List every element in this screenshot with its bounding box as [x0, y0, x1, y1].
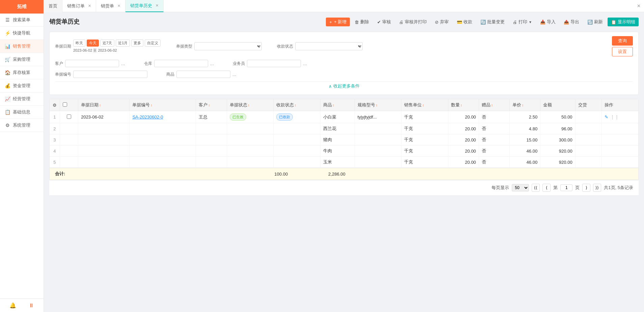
cell-unit: 千克 — [401, 111, 448, 123]
print-button[interactable]: 🖨 打印 ▼ — [509, 18, 535, 26]
page-next-btn[interactable]: ⟩ — [582, 184, 590, 192]
warehouse-dots[interactable]: ... — [210, 61, 214, 66]
page-last-btn[interactable]: ⟩⟩ — [593, 184, 601, 192]
cell-amount: 920.00 — [540, 146, 575, 157]
th-docstatus[interactable]: 单据状态↕ — [227, 99, 274, 111]
cell-qty: 20.00 — [448, 157, 479, 168]
window-close-icon[interactable]: ✕ — [637, 3, 641, 8]
sidebar-item-ops-mgmt[interactable]: 📈 经营管理 — [0, 93, 44, 106]
date-btn-more[interactable]: 更多 — [131, 40, 143, 47]
sidebar-item-sales-mgmt[interactable]: 📊 销售管理 — [0, 40, 44, 53]
sidebar-item-finance-mgmt[interactable]: 💰 资金管理 — [0, 79, 44, 93]
salesperson-input[interactable] — [247, 60, 301, 67]
action-edit-icon[interactable]: ✎ — [605, 114, 608, 120]
abandon-icon: ⊘ — [435, 20, 439, 25]
th-paystatus[interactable]: 收款状态↕ — [274, 99, 320, 111]
docno-link[interactable]: SA-20230602-0 — [132, 114, 163, 120]
sidebar-item-quick-nav[interactable]: ⚡ 快捷导航 — [0, 27, 44, 40]
cell-rownum: 3 — [50, 134, 60, 146]
tab-home[interactable]: 首页 — [44, 0, 62, 12]
import-button[interactable]: 📥 导入 — [537, 18, 559, 26]
date-btn-custom[interactable]: 自定义 — [145, 40, 161, 47]
cell-date — [78, 157, 130, 168]
docno-label: 单据编号 — [55, 72, 71, 77]
salesperson-dots[interactable]: ... — [303, 61, 307, 66]
abandon-button[interactable]: ⊘ 弃审 — [431, 18, 452, 26]
sidebar-item-purchase-mgmt[interactable]: 🛒 采购管理 — [0, 53, 44, 66]
pause-icon[interactable]: ⏸ — [29, 303, 34, 309]
per-page-select[interactable]: 50 100 — [512, 184, 529, 191]
query-button[interactable]: 查询 — [612, 36, 633, 46]
cell-rownum: 4 — [50, 146, 60, 157]
tab-sales-history[interactable]: 销货单历史 ✕ — [125, 0, 164, 12]
stock-calc-icon: 🏠 — [5, 70, 10, 75]
batch-change-button[interactable]: 🔄 批量变更 — [477, 18, 508, 26]
tab-sales-history-close[interactable]: ✕ — [156, 3, 159, 8]
delete-button[interactable]: 🗑 删除 — [351, 18, 372, 26]
pagination: 每页显示 50 100 ⟨⟨ ⟨ 第 页 ⟩ ⟩⟩ 共1页, 5条记录 — [49, 180, 639, 195]
th-qty[interactable]: 数量↕ — [448, 99, 479, 111]
doc-type-select[interactable] — [194, 42, 262, 50]
date-btn-today[interactable]: 今天 — [87, 40, 99, 47]
tab-sales-goods-close[interactable]: ✕ — [117, 4, 120, 8]
sidebar-item-basic-info[interactable]: 📋 基础信息 — [0, 106, 44, 119]
page-prev-btn[interactable]: ⟨ — [542, 184, 551, 192]
th-price[interactable]: 单价↕ — [510, 99, 540, 111]
goods-dots[interactable]: ... — [232, 72, 236, 77]
review-button[interactable]: ✔ 审核 — [374, 18, 394, 26]
cell-action — [601, 146, 638, 157]
th-gift[interactable]: 赠品↕ — [479, 99, 509, 111]
date-btn-yesterday[interactable]: 昨天 — [73, 40, 85, 47]
refresh-button[interactable]: 🔃 刷新 — [584, 18, 606, 26]
warehouse-input[interactable] — [154, 60, 208, 67]
export-button[interactable]: 📤 导出 — [560, 18, 583, 26]
review-print-button[interactable]: 🖨 审核并打印 — [396, 18, 430, 26]
date-btn-7days[interactable]: 近7天 — [100, 40, 114, 47]
cell-action — [601, 123, 638, 134]
payment-status-select[interactable] — [295, 42, 363, 50]
th-customer[interactable]: 客户↕ — [196, 99, 227, 111]
customer-dots[interactable]: ... — [121, 61, 125, 66]
notification-icon[interactable]: 🔔 — [9, 302, 16, 309]
sidebar-item-stock-calc[interactable]: 🏠 库存核算 — [0, 66, 44, 79]
collapse-button[interactable]: ∧ 收起更多条件 — [55, 81, 633, 90]
tab-sales-order-close[interactable]: ✕ — [88, 4, 91, 8]
cell-paystatus — [274, 157, 320, 168]
page-label-after: 页 — [575, 185, 580, 191]
tab-sales-goods[interactable]: 销货单 ✕ — [96, 0, 125, 12]
sidebar-item-search-menu[interactable]: ☰ 搜索菜单 — [0, 14, 44, 27]
show-details-button[interactable]: 📋 显示明细 — [608, 18, 639, 26]
cell-price: 4.80 — [510, 123, 540, 134]
date-btn-1month[interactable]: 近1月 — [116, 40, 130, 47]
select-all-checkbox[interactable] — [63, 102, 67, 107]
th-date[interactable]: 单据日期↕ — [78, 99, 130, 111]
action-more-icon[interactable]: ⋮⋮ — [610, 114, 619, 120]
th-gear[interactable]: ⚙ — [50, 99, 60, 111]
goods-filter: 商品 ... — [166, 71, 236, 78]
sidebar-item-sys-mgmt[interactable]: ⚙ 系统管理 — [0, 119, 44, 132]
row-checkbox[interactable] — [67, 114, 71, 119]
new-button[interactable]: + + 新增 — [326, 18, 350, 26]
export-icon: 📤 — [564, 20, 569, 25]
total-info: 共1页, 5条记录 — [604, 185, 633, 191]
th-goods[interactable]: 商品↕ — [320, 99, 355, 111]
cell-checkbox — [60, 123, 78, 134]
cell-spec — [355, 157, 401, 168]
tab-sales-order[interactable]: 销售订单 ✕ — [62, 0, 96, 12]
customer-input[interactable] — [65, 60, 119, 67]
th-unit[interactable]: 销售单位↕ — [401, 99, 448, 111]
cell-amount: 96.00 — [540, 123, 575, 134]
set-button[interactable]: 设置 — [612, 47, 633, 56]
th-docno[interactable]: 单据编号↕ — [130, 99, 196, 111]
cell-date — [78, 134, 130, 146]
th-spec[interactable]: 规格型号↕ — [355, 99, 401, 111]
collect-button[interactable]: 💳 收款 — [453, 18, 476, 26]
date-filter-label: 单据日期 — [55, 44, 71, 49]
page-first-btn[interactable]: ⟨⟨ — [532, 184, 540, 192]
customer-filter: 客户 ... — [55, 60, 125, 67]
cell-customer — [196, 123, 227, 134]
docno-input[interactable] — [73, 71, 147, 78]
cell-spec: tyjyjtyjdf... — [355, 111, 401, 123]
goods-input[interactable] — [176, 71, 230, 78]
page-input[interactable] — [560, 184, 572, 191]
